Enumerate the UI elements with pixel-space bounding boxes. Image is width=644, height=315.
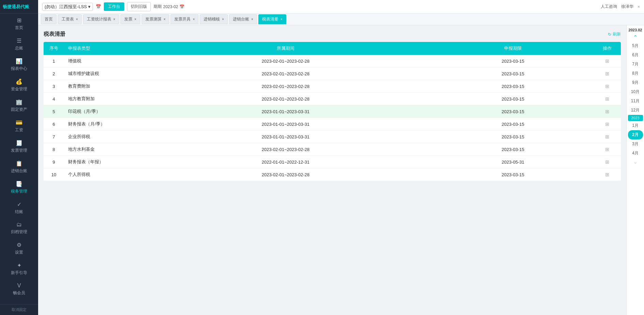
tab-salary-label: 工资表: [62, 16, 74, 22]
tab-purchase-ledger[interactable]: 进销台账 ×: [229, 14, 257, 24]
cell-type: 地方教育附加: [64, 93, 139, 105]
action-icon[interactable]: ⊞: [605, 96, 609, 102]
cal-up-button[interactable]: ⌃: [633, 33, 638, 41]
tax-icon: 📑: [16, 181, 22, 187]
sidebar-label-guide: 新手引导: [11, 270, 27, 276]
cal-month-6[interactable]: 6月: [628, 50, 643, 60]
cell-no: 9: [44, 156, 64, 168]
topbar-close-icon[interactable]: ×: [638, 4, 640, 9]
action-icon[interactable]: ⊞: [605, 134, 609, 139]
tab-invoice-issue-close[interactable]: ×: [193, 17, 195, 21]
sidebar-item-guide[interactable]: ✦ 新手引导: [0, 259, 38, 279]
cal-year-2023[interactable]: 2023: [628, 115, 643, 121]
tab-salary[interactable]: 工资表 ×: [58, 14, 82, 24]
table-row: 8 地方水利基金 2023-02-01~2023-02-28 2023-03-1…: [44, 143, 621, 156]
cal-month-7[interactable]: 7月: [628, 60, 643, 69]
action-icon[interactable]: ⊞: [605, 58, 609, 64]
action-icon[interactable]: ⊞: [605, 121, 609, 127]
tab-invoice-close[interactable]: ×: [134, 17, 136, 21]
topbar-right: 人工咨询 徐泽华 ×: [601, 4, 640, 10]
company-selector[interactable]: (勿动）江西报至-LSS ▾: [42, 3, 93, 11]
tab-salary-stats[interactable]: 工资统计报表 ×: [83, 14, 119, 24]
tab-tax-list[interactable]: 税表清册 ×: [258, 14, 286, 24]
cal-month-3[interactable]: 3月: [628, 139, 643, 149]
cal-month-10[interactable]: 10月: [628, 87, 643, 96]
cell-deadline: 2023-03-15: [432, 68, 594, 80]
cal-month-4[interactable]: 4月: [628, 149, 643, 158]
sidebar-label-vip: 畅会员: [13, 290, 25, 296]
sidebar-label-home: 首页: [15, 25, 23, 31]
archive-icon: 🗂: [16, 222, 22, 228]
sidebar-item-archive[interactable]: 🗂 归档管理: [0, 218, 38, 238]
cell-deadline: 2023-03-15: [432, 93, 594, 105]
tax-table: 序号 申报表类型 所属期间 申报期限 操作 1 增值税 2023-02-01~2…: [44, 42, 621, 181]
cal-down-button[interactable]: ⌄: [633, 158, 638, 166]
company-label: (勿动）江西报至-LSS: [45, 4, 87, 10]
sidebar-item-reports[interactable]: 📊 报表中心: [0, 55, 38, 75]
consulting-button[interactable]: 人工咨询: [601, 4, 617, 10]
sidebar-item-close[interactable]: ✓ 结账: [0, 198, 38, 218]
workbench-button[interactable]: 工作台: [104, 2, 124, 11]
cell-action: ⊞: [594, 131, 621, 143]
cal-month-5[interactable]: 5月: [628, 41, 643, 50]
cell-deadline: 2023-03-15: [432, 131, 594, 143]
col-header-deadline: 申报期限: [432, 42, 594, 55]
action-icon[interactable]: ⊞: [605, 147, 609, 152]
sidebar-label-purchase-sales: 进销台账: [11, 168, 27, 174]
tab-purchase-check-close[interactable]: ×: [222, 17, 224, 21]
tab-invoice[interactable]: 发票 ×: [120, 14, 140, 24]
action-icon[interactable]: ⊞: [605, 84, 609, 89]
sidebar-item-tax[interactable]: 📑 税务管理: [0, 177, 38, 198]
refresh-button[interactable]: ↻ 刷新: [608, 31, 621, 37]
cell-period: 2022-01-01~2022-12-31: [139, 156, 432, 168]
cal-month-1[interactable]: 1月: [628, 121, 643, 130]
tab-purchase-check[interactable]: 进销稽核 ×: [200, 14, 228, 24]
sidebar-item-salary[interactable]: 💳 工资: [0, 116, 38, 136]
cal-month-8[interactable]: 8月: [628, 69, 643, 78]
sidebar-item-vip[interactable]: V 畅会员: [0, 279, 38, 299]
tab-invoice-calc[interactable]: 发票测算 ×: [142, 14, 170, 24]
action-icon[interactable]: ⊞: [605, 159, 609, 165]
action-icon[interactable]: ⊞: [605, 172, 609, 177]
sidebar-label-assets: 固定资产: [11, 107, 27, 112]
sidebar-item-settings[interactable]: ⚙ 设置: [0, 238, 38, 259]
sidebar-item-funds[interactable]: 💰 资金管理: [0, 75, 38, 95]
cal-year-header: 2023.02: [629, 27, 642, 33]
cell-action: ⊞: [594, 93, 621, 105]
user-label: 徐泽华: [621, 4, 633, 10]
tab-home[interactable]: 首页: [41, 14, 57, 24]
unpin-button[interactable]: 取消固定: [0, 304, 38, 315]
cell-type: 印花税（月/季）: [64, 105, 139, 118]
col-header-no: 序号: [44, 42, 64, 55]
sidebar-item-assets[interactable]: 🏢 固定资产: [0, 95, 38, 116]
cal-month-11[interactable]: 11月: [628, 96, 643, 106]
cal-month-2[interactable]: 2月: [628, 130, 643, 139]
sidebar-label-salary: 工资: [15, 127, 23, 133]
switch-old-button[interactable]: 切到旧版: [127, 2, 151, 11]
action-icon[interactable]: ⊞: [605, 71, 609, 76]
sidebar-item-ledger[interactable]: ☰ 总账: [0, 34, 38, 55]
tab-invoice-issue[interactable]: 发票开具 ×: [171, 14, 198, 24]
sidebar-item-invoice[interactable]: 🧾 发票管理: [0, 136, 38, 157]
tab-salary-stats-close[interactable]: ×: [113, 17, 115, 21]
sidebar-item-purchase-sales[interactable]: 📋 进销台账: [0, 157, 38, 177]
sidebar-label-ledger: 总账: [15, 45, 23, 51]
period-label: 期期: [154, 4, 162, 10]
tab-purchase-check-label: 进销稽核: [204, 16, 220, 22]
ledger-icon: ☰: [17, 38, 21, 44]
table-row: 9 财务报表（年报） 2022-01-01~2022-12-31 2023-05…: [44, 156, 621, 168]
cal-month-9[interactable]: 9月: [628, 78, 643, 87]
tab-tax-list-close[interactable]: ×: [280, 17, 283, 21]
tab-salary-close[interactable]: ×: [76, 17, 78, 21]
cal-month-12[interactable]: 12月: [628, 106, 643, 115]
sidebar-item-home[interactable]: ⊞ 首页: [0, 14, 38, 34]
table-row: 5 印花税（月/季） 2023-01-01~2023-03-31 2023-03…: [44, 105, 621, 118]
cell-no: 2: [44, 68, 64, 80]
cell-no: 10: [44, 168, 64, 181]
tab-invoice-calc-close[interactable]: ×: [164, 17, 166, 21]
action-icon[interactable]: ⊞: [605, 109, 609, 114]
table-row: 1 增值税 2023-02-01~2023-02-28 2023-03-15 ⊞: [44, 55, 621, 68]
cell-deadline: 2023-03-15: [432, 105, 594, 118]
main-area: (勿动）江西报至-LSS ▾ 📅 工作台 切到旧版 期期 2023-02 📅 人…: [38, 0, 644, 315]
tab-purchase-ledger-close[interactable]: ×: [251, 17, 253, 21]
